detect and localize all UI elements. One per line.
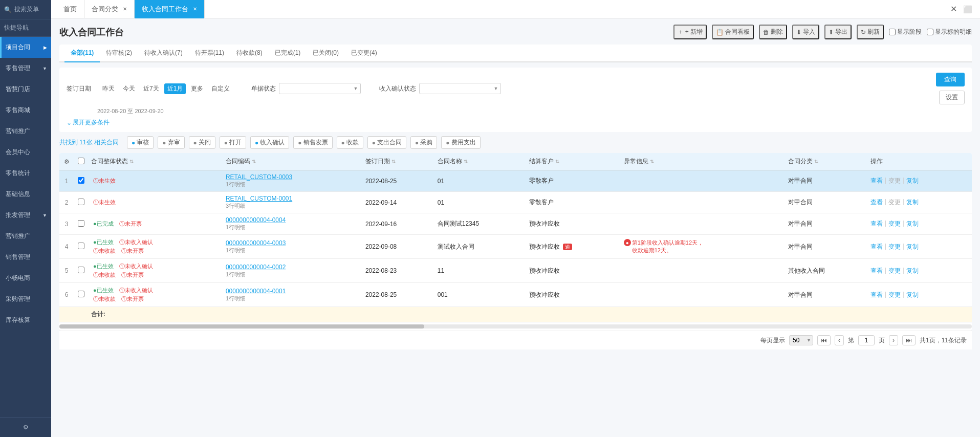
- sidebar-item-wholesale[interactable]: 批发管理 ▼: [0, 205, 51, 226]
- per-page-select[interactable]: 20 50 100: [789, 335, 813, 345]
- sort-code-icon[interactable]: ⇅: [252, 159, 256, 164]
- sort-date-icon[interactable]: ⇅: [391, 159, 396, 164]
- sort-status-icon[interactable]: ⇅: [129, 159, 134, 164]
- sub-tab-all[interactable]: 全部(11): [64, 45, 100, 62]
- date-btn-last1month[interactable]: 近1月: [164, 83, 186, 94]
- show-stage-checkbox[interactable]: 显示阶段: [889, 28, 922, 36]
- last-page-btn[interactable]: ⏭: [902, 335, 916, 345]
- sidebar-item-retail-stat[interactable]: 零售统计: [0, 163, 51, 184]
- prev-page-btn[interactable]: ‹: [835, 335, 844, 345]
- new-btn[interactable]: ＋ + 新增: [673, 25, 707, 39]
- sidebar-item-retail-mgmt[interactable]: 零售管理 ▼: [0, 58, 51, 79]
- op-change[interactable]: 变更: [888, 291, 901, 299]
- tab-income-workbench[interactable]: 收入合同工作台 ✕: [135, 0, 205, 18]
- op-view[interactable]: 查看: [870, 198, 883, 207]
- date-btn-today[interactable]: 今天: [120, 83, 138, 94]
- sub-tab-pending-receipt[interactable]: 待收款(8): [230, 45, 269, 62]
- scroll-indicator-thumb[interactable]: [59, 324, 424, 329]
- expense-out-btn[interactable]: ● 支出合同: [367, 136, 406, 149]
- purchase-btn[interactable]: ● 采购: [410, 136, 437, 149]
- sidebar-item-marketing[interactable]: 营销推广: [0, 121, 51, 142]
- window-resize-btn[interactable]: ⬜: [960, 5, 975, 13]
- sidebar-item-base-info[interactable]: 基础信息: [0, 184, 51, 205]
- op-view[interactable]: 查看: [870, 220, 883, 228]
- refresh-btn[interactable]: ↻ 刷新: [857, 25, 884, 39]
- row-checkbox[interactable]: [74, 283, 88, 307]
- op-change[interactable]: 变更: [888, 177, 901, 185]
- op-copy[interactable]: 复制: [906, 291, 919, 299]
- audit-btn[interactable]: ● 审核: [127, 136, 154, 149]
- row-checkbox[interactable]: [74, 259, 88, 283]
- show-stage-input[interactable]: [889, 29, 896, 35]
- sort-category-icon[interactable]: ⇅: [814, 159, 818, 164]
- sidebar-item-smart-store[interactable]: 智慧门店: [0, 79, 51, 100]
- page-input[interactable]: [858, 335, 875, 345]
- date-btn-last7[interactable]: 近7天: [140, 83, 162, 94]
- contract-code-link[interactable]: 0000000000004-0004: [226, 216, 359, 224]
- sidebar-item-purchase[interactable]: 采购管理: [0, 289, 51, 310]
- op-view[interactable]: 查看: [870, 243, 883, 251]
- first-page-btn[interactable]: ⏮: [817, 335, 831, 345]
- op-change[interactable]: 变更: [888, 267, 901, 275]
- import-btn[interactable]: ⬇ 导入: [792, 25, 819, 39]
- date-btn-yesterday[interactable]: 昨天: [99, 83, 118, 94]
- op-change[interactable]: 变更: [888, 198, 901, 207]
- op-view[interactable]: 查看: [870, 267, 883, 275]
- expand-filter-btn[interactable]: ⌄ 展开更多条件: [67, 118, 965, 127]
- row-checkbox[interactable]: [74, 235, 88, 259]
- sidebar-item-retail-mall[interactable]: 零售商城: [0, 100, 51, 121]
- sidebar-item-marketing2[interactable]: 营销推广: [0, 226, 51, 247]
- op-copy[interactable]: 复制: [906, 220, 919, 228]
- op-change[interactable]: 变更: [888, 243, 901, 251]
- op-change[interactable]: 变更: [888, 220, 901, 228]
- tab-contract-cat-close[interactable]: ✕: [123, 6, 127, 12]
- sort-error-icon[interactable]: ⇅: [650, 159, 654, 164]
- sub-tab-pending-invoice[interactable]: 待开票(11): [189, 45, 230, 62]
- income-confirm-btn[interactable]: ● 收入确认: [250, 136, 289, 149]
- filter-settings-btn[interactable]: 设置: [939, 91, 965, 104]
- window-close-btn[interactable]: ✕: [947, 4, 960, 14]
- sidebar-nav[interactable]: 快捷导航: [0, 19, 51, 37]
- query-btn[interactable]: 查询: [936, 73, 965, 86]
- delete-btn[interactable]: 🗑 删除: [759, 25, 787, 39]
- tab-contract-cat[interactable]: 合同分类 ✕: [84, 0, 135, 18]
- sub-tab-closed[interactable]: 已关闭(0): [307, 45, 345, 62]
- tab-home[interactable]: 首页: [56, 0, 84, 18]
- tab-income-workbench-close[interactable]: ✕: [193, 6, 197, 12]
- expense-pay-btn[interactable]: ● 费用支出: [441, 136, 480, 149]
- sidebar-settings[interactable]: ⚙: [0, 417, 51, 437]
- op-copy[interactable]: 复制: [906, 198, 919, 207]
- sort-name-icon[interactable]: ⇅: [464, 159, 468, 164]
- show-mark-input[interactable]: [927, 29, 933, 35]
- open-contract-btn[interactable]: ● 打开: [220, 136, 246, 149]
- row-checkbox[interactable]: [74, 192, 88, 213]
- contract-code-link[interactable]: 0000000000004-0001: [226, 288, 359, 295]
- sales-invoice-btn[interactable]: ● 销售发票: [293, 136, 332, 149]
- contract-code-link[interactable]: RETAIL_CUSTOM-0003: [226, 173, 359, 181]
- sub-tab-pending-confirm[interactable]: 待收入确认(7): [138, 45, 189, 62]
- op-copy[interactable]: 复制: [906, 243, 919, 251]
- doc-status-select[interactable]: [279, 83, 361, 94]
- sub-tab-pending-review[interactable]: 待审核(2): [100, 45, 138, 62]
- sidebar-item-sales-mgmt[interactable]: 销售管理: [0, 247, 51, 268]
- close-contract-btn[interactable]: ● 关闭: [189, 136, 215, 149]
- op-copy[interactable]: 复制: [906, 267, 919, 275]
- export-btn[interactable]: ⬆ 导出: [824, 25, 852, 39]
- contract-code-link[interactable]: 0000000000004-0002: [226, 264, 359, 271]
- col-checkbox[interactable]: [74, 153, 88, 170]
- next-page-btn[interactable]: ›: [889, 335, 898, 345]
- row-checkbox[interactable]: [74, 213, 88, 235]
- contract-code-link[interactable]: RETAIL_CUSTOM-0001: [226, 195, 359, 202]
- op-copy[interactable]: 复制: [906, 177, 919, 185]
- sidebar-item-inventory[interactable]: 库存核算: [0, 310, 51, 331]
- sidebar-search[interactable]: 🔍 搜索菜单: [0, 0, 51, 19]
- sidebar-item-project[interactable]: 项目合同 ▶: [0, 37, 51, 58]
- contract-code-link[interactable]: 0000000000004-0003: [226, 239, 359, 247]
- sidebar-item-member[interactable]: 会员中心: [0, 142, 51, 163]
- abandon-btn[interactable]: ● 弃审: [158, 136, 184, 149]
- contract-board-btn[interactable]: 📋 合同看板: [712, 25, 754, 39]
- sub-tab-completed[interactable]: 已完成(1): [269, 45, 307, 62]
- show-mark-checkbox[interactable]: 显示标的明细: [927, 28, 972, 36]
- sidebar-item-ecommerce[interactable]: 小畅电商: [0, 268, 51, 289]
- date-btn-more[interactable]: 更多: [188, 83, 206, 94]
